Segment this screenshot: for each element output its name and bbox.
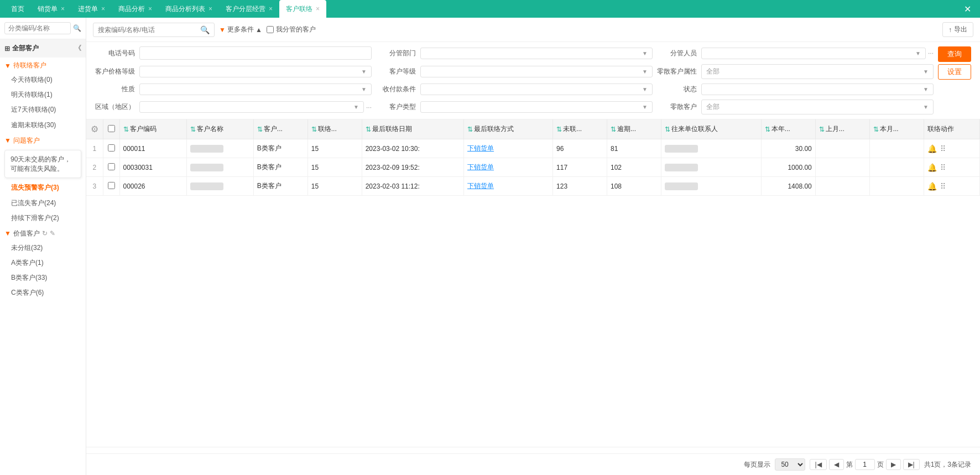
query-button[interactable]: 查询 bbox=[938, 46, 971, 62]
tab-product-analysis[interactable]: 商品分析 × bbox=[112, 0, 159, 18]
filter-search-button[interactable]: 🔍 bbox=[200, 25, 210, 34]
tab-home[interactable]: 首页 bbox=[4, 0, 31, 18]
export-button[interactable]: ↑ 导出 bbox=[942, 22, 973, 37]
close-icon[interactable]: × bbox=[101, 5, 105, 13]
sidebar-item-churn-warning[interactable]: 流失预警客户(3) bbox=[0, 180, 86, 195]
filter-select-retail[interactable]: 全部 ▼ bbox=[701, 100, 934, 114]
sidebar-group-pending[interactable]: ▼ 待联络客户 bbox=[0, 58, 86, 72]
filter-select-cust-type[interactable]: ▼ bbox=[420, 101, 653, 113]
th-this-year: ⇅ 本年... bbox=[761, 119, 815, 139]
chevron-down-icon: ▼ bbox=[642, 86, 648, 92]
sidebar-item-b-class[interactable]: B类客户(33) bbox=[0, 270, 86, 285]
close-icon[interactable]: × bbox=[269, 5, 273, 13]
close-icon[interactable]: × bbox=[148, 5, 152, 13]
sort-icon: ⇅ bbox=[366, 126, 371, 133]
settings-button[interactable]: 设置 bbox=[938, 64, 971, 80]
sidebar-item-overdue-pending[interactable]: 逾期未联络(30) bbox=[0, 118, 86, 133]
row-this-year: 30.00 bbox=[761, 139, 815, 158]
th-action: 联络动作 bbox=[924, 119, 979, 139]
row-last-contact-way[interactable]: 下销货单 bbox=[464, 139, 553, 158]
more-actions-icon[interactable]: ⠿ bbox=[940, 182, 946, 191]
sidebar-item-declining[interactable]: 持续下滑客户(2) bbox=[0, 211, 86, 226]
sidebar-group-problem[interactable]: ▼ 问题客户 bbox=[0, 133, 86, 148]
more-actions-icon[interactable]: ⠿ bbox=[940, 163, 946, 172]
next-page-button[interactable]: ▶ bbox=[886, 459, 901, 470]
filter-search-input[interactable] bbox=[98, 26, 200, 34]
filter-input-phone[interactable] bbox=[139, 46, 372, 60]
tab-product-analysis-list[interactable]: 商品分析列表 × bbox=[159, 0, 219, 18]
filter-select-region[interactable]: ▼ bbox=[139, 101, 364, 113]
my-customers-check[interactable] bbox=[267, 26, 274, 33]
tooltip-problem-customers: 90天未交易的客户，可能有流失风险。 bbox=[4, 150, 81, 179]
filter-select-payment[interactable]: ▼ bbox=[420, 83, 653, 95]
select-all-checkbox[interactable] bbox=[108, 125, 115, 132]
column-settings-icon[interactable]: ⚙ bbox=[91, 124, 98, 134]
filter-field-payment: 收付款条件 ▼ bbox=[376, 83, 653, 95]
close-icon[interactable]: × bbox=[316, 5, 320, 13]
last-page-button[interactable]: ▶| bbox=[903, 459, 920, 470]
chevron-down-icon: ▼ bbox=[361, 69, 367, 75]
tab-sales[interactable]: 销货单 × bbox=[31, 0, 71, 18]
row-this-year: 1408.00 bbox=[761, 177, 815, 196]
filter-select-manager[interactable]: ▼ bbox=[701, 48, 926, 59]
th-last-month: ⇅ 上月... bbox=[815, 119, 869, 139]
tab-purchase[interactable]: 进货单 × bbox=[71, 0, 112, 18]
sidebar-item-a-class[interactable]: A类客户(1) bbox=[0, 255, 86, 270]
row-last-contact-way[interactable]: 下销货单 bbox=[464, 158, 553, 177]
filter-more-region-btn[interactable]: ··· bbox=[366, 103, 372, 111]
arrow-down-icon[interactable]: ▼ bbox=[4, 229, 11, 237]
close-icon[interactable]: × bbox=[61, 5, 65, 13]
current-page-input[interactable] bbox=[855, 459, 875, 470]
sidebar-item-7days-pending[interactable]: 近7天待联络(0) bbox=[0, 102, 86, 117]
sort-icon: ⇅ bbox=[467, 126, 473, 133]
contact-icon[interactable]: 🔔 bbox=[927, 144, 937, 153]
filter-select-price-grade[interactable]: ▼ bbox=[139, 66, 372, 77]
row-checkbox[interactable] bbox=[103, 158, 119, 177]
chevron-down-icon: ▼ bbox=[915, 50, 921, 56]
filter-select-nature[interactable]: ▼ bbox=[139, 83, 372, 95]
filter-select-status[interactable]: ▼ bbox=[701, 83, 934, 95]
chevron-down-icon: ▼ bbox=[642, 69, 648, 75]
row-action: 🔔 ⠿ bbox=[924, 139, 979, 158]
contact-icon[interactable]: 🔔 bbox=[927, 163, 937, 172]
filter-row-2: 客户价格等级 ▼ 客户等级 ▼ bbox=[95, 64, 934, 79]
per-page-select[interactable]: 50 20 100 bbox=[775, 458, 805, 471]
filter-label-phone: 电话号码 bbox=[95, 49, 139, 58]
sidebar-search-input[interactable] bbox=[4, 22, 71, 34]
first-page-button[interactable]: |◀ bbox=[810, 459, 826, 470]
tab-customer-contact[interactable]: 客户联络 × bbox=[279, 0, 326, 18]
sidebar-item-today-pending[interactable]: 今天待联络(0) bbox=[0, 72, 86, 87]
row-last-contact-way[interactable]: 下销货单 bbox=[464, 177, 553, 196]
tab-customer-layering[interactable]: 客户分层经营 × bbox=[219, 0, 279, 18]
sidebar-all-customers[interactable]: ⊞ 全部客户 《 bbox=[0, 39, 86, 58]
contact-icon[interactable]: 🔔 bbox=[927, 182, 937, 191]
collapse-icon[interactable]: 《 bbox=[75, 44, 81, 53]
my-customers-checkbox[interactable]: 我分管的客户 bbox=[267, 25, 316, 34]
chevron-down-icon: ▲ bbox=[256, 26, 262, 34]
sidebar-item-c-class[interactable]: C类客户(6) bbox=[0, 285, 86, 300]
chevron-down-icon: ▼ bbox=[923, 69, 929, 75]
filter-row-4: 区域（地区） ▼ ··· 客户类型 ▼ bbox=[95, 100, 934, 114]
refresh-icon[interactable]: ↻ bbox=[42, 229, 48, 237]
edit-icon[interactable]: ✎ bbox=[50, 229, 55, 237]
row-last-month bbox=[815, 177, 869, 196]
filter-select-cust-grade[interactable]: ▼ bbox=[420, 66, 653, 77]
more-conditions-toggle[interactable]: ▼ 更多条件 ▲ bbox=[219, 25, 262, 34]
filter-more-btn[interactable]: ··· bbox=[928, 49, 934, 57]
prev-page-button[interactable]: ◀ bbox=[829, 459, 844, 470]
filter-select-retail-attr[interactable]: 全部 ▼ bbox=[701, 64, 934, 79]
filter-select-dept[interactable]: ▼ bbox=[420, 48, 653, 59]
window-close-button[interactable]: ✕ bbox=[960, 2, 976, 17]
row-checkbox[interactable] bbox=[103, 177, 119, 196]
filter-label-payment: 收付款条件 bbox=[376, 85, 420, 94]
chevron-down-icon: ▼ bbox=[923, 104, 929, 110]
sort-icon: ⇅ bbox=[190, 126, 196, 133]
sidebar: 🔍 ⊞ 全部客户 《 ▼ 待联络客户 今天待联络(0) 明天待联络(1) 近7天… bbox=[0, 18, 86, 475]
row-checkbox[interactable] bbox=[103, 139, 119, 158]
sidebar-item-tomorrow-pending[interactable]: 明天待联络(1) bbox=[0, 87, 86, 102]
sidebar-item-churned[interactable]: 已流失客户(24) bbox=[0, 196, 86, 211]
more-actions-icon[interactable]: ⠿ bbox=[940, 144, 946, 153]
th-unit-contact: ⇅ 往来单位联系人 bbox=[661, 119, 761, 139]
sidebar-item-ungrouped[interactable]: 未分组(32) bbox=[0, 241, 86, 255]
close-icon[interactable]: × bbox=[208, 5, 212, 13]
